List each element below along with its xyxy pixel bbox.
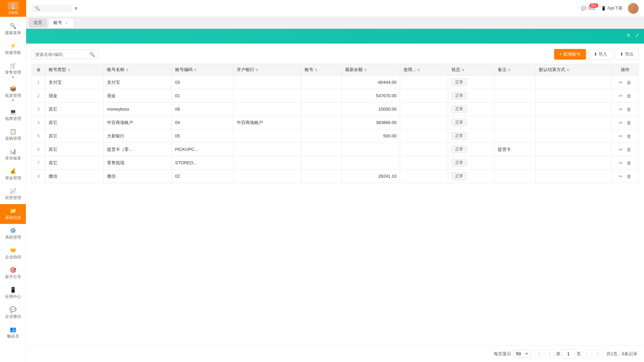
usage-col-header[interactable]: 使用...⇅	[400, 64, 448, 76]
last-page-button[interactable]: ⟩⟩	[593, 349, 602, 359]
sort-icon: ⇅	[508, 68, 511, 72]
logo-icon: 🐰	[8, 2, 18, 10]
import-button[interactable]: ⬇ 导入	[589, 49, 612, 60]
add-account-button[interactable]: + 新增账号	[554, 49, 586, 60]
row-type: 现金	[45, 89, 104, 103]
edit-button[interactable]: ✏	[618, 93, 624, 99]
delete-button[interactable]: 🗑	[625, 93, 633, 99]
balance-col-header[interactable]: 最新余额⇅	[342, 64, 400, 76]
sidebar-item-ecommerce[interactable]: 💻 电商管理	[0, 105, 26, 125]
row-code: 03	[171, 76, 233, 89]
delete-button[interactable]: 🗑	[625, 119, 633, 126]
sidebar-item-quicknav[interactable]: ⚡ 快捷导航	[0, 39, 26, 59]
sidebar-item-operations[interactable]: 📈 经营管理	[0, 184, 26, 204]
app-download-button[interactable]: 📱 App下载	[601, 5, 623, 11]
delete-button[interactable]: 🗑	[625, 146, 633, 153]
sidebar-item-wholesale[interactable]: 📦 批发管理 ▼	[0, 82, 26, 105]
sidebar-item-collab[interactable]: 🤝 企业协同	[0, 244, 26, 263]
page-close-icon[interactable]: ✕	[626, 32, 631, 39]
tab-home[interactable]: 首页	[29, 18, 47, 27]
sort-icon: ⇅	[567, 68, 569, 72]
name-label: 账号名称	[107, 67, 124, 73]
sidebar-item-label: 企业微信	[5, 314, 21, 319]
delete-button[interactable]: 🗑	[625, 173, 633, 180]
row-actions: ✏ 🗑	[612, 103, 639, 116]
row-default-payment	[535, 170, 611, 183]
status-label: 状态	[451, 67, 460, 73]
edit-button[interactable]: ✏	[618, 79, 624, 86]
next-page-button[interactable]: ⟩	[582, 349, 592, 359]
row-balance: 383866.00	[342, 116, 400, 129]
edit-button[interactable]: ✏	[618, 146, 624, 153]
prev-page-button[interactable]: ⟨	[545, 349, 555, 359]
sidebar-item-purchase[interactable]: 📋 采购管理	[0, 125, 26, 145]
sidebar-item-appcenter[interactable]: 📱 应用中心	[0, 283, 26, 303]
search-box[interactable]: 🔍	[32, 50, 99, 59]
chevron-down-icon: ▼	[12, 99, 14, 102]
tab-close-icon[interactable]: ×	[64, 20, 69, 25]
name-col-header[interactable]: 账号名称⇅	[104, 64, 172, 76]
per-page-select[interactable]: 50 100 200	[513, 350, 531, 358]
sidebar-item-retail[interactable]: 🛒 零售管理 ▼	[0, 59, 26, 82]
code-col-header[interactable]: 账号编码⇅	[171, 64, 233, 76]
delete-button[interactable]: 🗑	[625, 160, 633, 166]
tab-account[interactable]: 账号 ×	[48, 18, 74, 27]
status-col-header[interactable]: 状态⇅	[448, 64, 494, 76]
app-download-label: App下载	[607, 5, 623, 11]
account-table: ⚙ 账号类型⇅ 账号名称⇅ 账号编码⇅ 开户银行⇅ 账号⇅	[32, 64, 639, 183]
system-icon: ⚙️	[10, 227, 16, 234]
export-button[interactable]: ⬆ 导出	[615, 49, 639, 60]
edit-button[interactable]: ✏	[618, 119, 624, 126]
bank-col-header[interactable]: 开户银行⇅	[233, 64, 301, 76]
delete-button[interactable]: 🗑	[625, 106, 633, 113]
search-icon[interactable]: 🔍	[89, 52, 95, 57]
sidebar-item-guide[interactable]: 🎯 新手引导	[0, 263, 26, 283]
sidebar-nav: 🔍 搜索菜单 ⚡ 快捷导航 🛒 零售管理 ▼ 📦 批发管理 ▼ 💻 电商管理 📋…	[0, 17, 26, 362]
row-usage	[400, 89, 448, 103]
edit-button[interactable]: ✏	[618, 160, 624, 166]
page-input[interactable]	[562, 349, 575, 359]
row-account	[301, 156, 342, 170]
row-code: 01	[171, 89, 233, 103]
content-area: 🔍 + 新增账号 ⬇ 导入 ⬆ 导出 ⚙ 账号类型⇅ 账号名称	[26, 44, 644, 345]
sidebar-item-basicinfo[interactable]: 📁 基础信息	[0, 204, 26, 224]
row-status: 正常	[448, 103, 494, 116]
edit-button[interactable]: ✏	[618, 106, 624, 113]
sidebar-item-member[interactable]: 👥 畅会员	[0, 323, 26, 343]
pagination-size: 每页显示 50 100 200	[494, 350, 531, 358]
edit-button[interactable]: ✏	[618, 173, 624, 180]
avatar[interactable]	[628, 3, 639, 14]
sidebar-item-search[interactable]: 🔍 搜索菜单	[0, 19, 26, 39]
toolbar: 🔍 + 新增账号 ⬇ 导入 ⬆ 导出	[32, 49, 639, 60]
row-balance	[342, 156, 400, 170]
settings-col-header[interactable]: ⚙	[32, 64, 45, 76]
row-actions: ✏ 🗑	[612, 156, 639, 170]
type-col-header[interactable]: 账号类型⇅	[45, 64, 104, 76]
first-page-button[interactable]: ⟨⟨	[535, 349, 544, 359]
sidebar-item-inventory[interactable]: 📊 库存核算	[0, 145, 26, 165]
page-of-label: 页	[577, 351, 581, 357]
delete-button[interactable]: 🗑	[625, 79, 633, 86]
account-col-header[interactable]: 账号⇅	[301, 64, 342, 76]
row-balance: -90444.00	[342, 76, 400, 89]
row-type: 支付宝	[45, 76, 104, 89]
row-actions: ✏ 🗑	[612, 129, 639, 143]
delete-button[interactable]: 🗑	[625, 133, 633, 139]
edit-button[interactable]: ✏	[618, 133, 624, 139]
top-search-box[interactable]: 🔍	[32, 5, 72, 12]
row-name: 微信	[104, 170, 172, 183]
sidebar-item-system[interactable]: ⚙️ 系统管理	[0, 224, 26, 244]
remark-label: 备注	[498, 67, 506, 73]
search-input[interactable]	[35, 52, 87, 57]
search-nav-icon: 🔍	[10, 23, 16, 29]
sidebar-item-label: 电商管理	[5, 116, 21, 122]
sidebar-item-wechat[interactable]: 💬 企业微信	[0, 303, 26, 323]
notification-button[interactable]: 💬 消息 99+	[581, 5, 596, 11]
page-label: 第	[556, 351, 560, 357]
sort-icon: ⇅	[67, 68, 70, 72]
dropdown-icon[interactable]: ▾	[74, 5, 77, 12]
sidebar-item-finance[interactable]: 💰 资金管理	[0, 165, 26, 184]
default-payment-col-header[interactable]: 默认结算方式⇅	[535, 64, 611, 76]
remark-col-header[interactable]: 备注⇅	[494, 64, 535, 76]
page-expand-icon[interactable]: ⤢	[635, 32, 639, 39]
